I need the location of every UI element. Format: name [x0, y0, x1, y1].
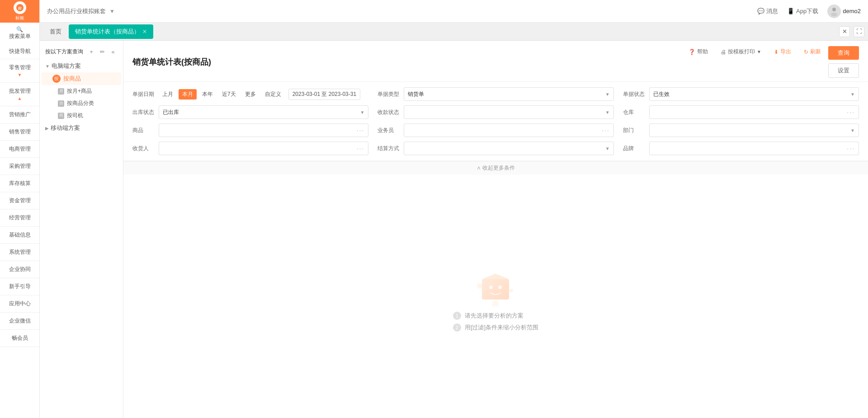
- filter-payment-status: 收款状态 ▼: [377, 105, 613, 119]
- tree-item-by-product[interactable]: 按 按商品: [42, 72, 121, 85]
- tab-close-icon[interactable]: ✕: [142, 28, 147, 35]
- date-tab-7days[interactable]: 近7天: [218, 89, 240, 100]
- doc-type-input[interactable]: 销货单 ▼: [404, 87, 613, 101]
- user-name[interactable]: demo2: [843, 8, 861, 14]
- tip-num-2: 2: [453, 323, 461, 332]
- right-panel: 销货单统计表(按商品) ❓ 帮助 🖨 按模板打印 ▼ ⬇: [123, 41, 868, 418]
- print-arrow-icon: ▼: [757, 49, 761, 54]
- driver-icon: 司: [58, 113, 64, 119]
- stock-status-value: 已出库: [163, 109, 179, 116]
- doc-type-label: 单据类型: [377, 90, 400, 98]
- sidebar-item-retail[interactable]: 零售管理 ▼: [0, 59, 39, 83]
- tab-bar: 首页 销货单统计表（按商品） ✕ ✕ ⛶: [40, 23, 868, 41]
- product-scheme-icon: 按: [52, 75, 61, 83]
- warehouse-dots-icon: ···: [847, 109, 855, 116]
- date-tab-last-month[interactable]: 上月: [159, 89, 177, 100]
- filter-row-3: 商品 ··· 业务员 ··· 部门: [132, 124, 859, 137]
- date-tab-this-year[interactable]: 本年: [198, 89, 217, 100]
- svg-marker-5: [482, 274, 509, 279]
- sidebar-item-marketing[interactable]: 营销推广: [0, 106, 39, 124]
- date-label: 单据日期: [132, 90, 155, 98]
- brand-dots-icon: ···: [847, 145, 855, 152]
- date-tab-more[interactable]: 更多: [241, 89, 259, 100]
- filter-brand: 品牌 ···: [623, 142, 859, 155]
- sidebar-item-sales[interactable]: 销售管理: [0, 124, 39, 141]
- app-download-label: App下载: [796, 7, 818, 15]
- stock-status-input[interactable]: 已出库 ▼: [159, 105, 368, 119]
- department-input[interactable]: ▼: [649, 124, 859, 137]
- tab-home[interactable]: 首页: [43, 24, 68, 39]
- sidebar-item-inventory[interactable]: 库存核算: [0, 175, 39, 192]
- user-profile[interactable]: demo2: [827, 5, 861, 18]
- sidebar-item-wholesale[interactable]: 批发管理 ▲: [0, 83, 39, 106]
- sidebar-item-basic[interactable]: 基础信息: [0, 227, 39, 244]
- tree-group-mobile: ▶ 移动端方案: [40, 122, 123, 134]
- date-tab-this-month[interactable]: 本月: [179, 89, 197, 100]
- tab-expand-button[interactable]: ⛶: [854, 26, 864, 37]
- tree-item-by-driver[interactable]: 司 按司机: [42, 109, 121, 122]
- category-icon: 分: [58, 100, 64, 107]
- refresh-icon: ↻: [804, 49, 808, 55]
- empty-tip-1: 1 请先选择要分析的方案: [453, 312, 538, 320]
- sidebar-item-finance[interactable]: 资金管理: [0, 192, 39, 209]
- sidebar-item-ecommerce[interactable]: 电商管理: [0, 141, 39, 158]
- page-title-bar: 销货单统计表(按商品) ❓ 帮助 🖨 按模板打印 ▼ ⬇: [123, 41, 868, 82]
- tree-item-by-driver-label: 按司机: [67, 112, 83, 119]
- doc-status-label: 单据状态: [623, 90, 646, 98]
- filter-area: 单据日期 上月 本月 本年 近7天 更多 自定义 2023-03-01 至 20…: [123, 82, 868, 161]
- filter-product: 商品 ···: [132, 124, 368, 137]
- add-scheme-button[interactable]: +: [87, 47, 96, 56]
- stock-status-label: 出库状态: [132, 109, 155, 116]
- sidebar-item-enterprise[interactable]: 企业协同: [0, 261, 39, 278]
- payment-status-arrow-icon: ▼: [605, 110, 610, 115]
- sidebar-item-wecom[interactable]: 企业微信: [0, 313, 39, 330]
- sidebar-item-onboarding[interactable]: 新手引导: [0, 278, 39, 295]
- settlement-input[interactable]: ▼: [404, 142, 613, 155]
- tab-close-all-button[interactable]: ✕: [839, 26, 850, 37]
- tab-home-label: 首页: [50, 28, 61, 36]
- warehouse-input[interactable]: ···: [649, 105, 859, 119]
- help-button[interactable]: ❓ 帮助: [685, 46, 712, 57]
- help-label: 帮助: [697, 48, 708, 56]
- query-button[interactable]: 查询: [828, 46, 859, 60]
- date-tab-custom[interactable]: 自定义: [261, 89, 285, 100]
- sidebar-item-purchase[interactable]: 采购管理: [0, 158, 39, 175]
- sidebar-item-search[interactable]: 🔍 搜索菜单: [0, 23, 39, 44]
- edit-scheme-button[interactable]: ✏: [98, 47, 107, 56]
- tab-sales-stat[interactable]: 销货单统计表（按商品） ✕: [69, 24, 153, 39]
- sidebar-item-system[interactable]: 系统管理: [0, 244, 39, 261]
- receiver-input[interactable]: ···: [159, 142, 368, 155]
- sidebar-item-quick-nav[interactable]: 快捷导航: [0, 44, 39, 59]
- tree-arrow-mobile: ▶: [45, 126, 49, 131]
- tree-item-by-month-product[interactable]: 月 按月+商品: [42, 85, 121, 97]
- tree-item-by-month-product-label: 按月+商品: [67, 87, 92, 95]
- refresh-button[interactable]: ↻ 刷新: [800, 46, 825, 57]
- tree-group-mobile-header[interactable]: ▶ 移动端方案: [42, 122, 121, 134]
- settings-button[interactable]: 设置: [828, 63, 859, 78]
- collapse-bar[interactable]: ∧ 收起更多条件: [123, 161, 868, 175]
- print-button[interactable]: 🖨 按模板打印 ▼: [717, 46, 765, 57]
- breadcrumb-arrow: ▼: [109, 8, 115, 14]
- payment-status-input[interactable]: ▼: [404, 105, 613, 119]
- export-icon: ⬇: [774, 49, 778, 55]
- main-area: 办公用品行业模拟账套 ▼ 💬 消息 📱 App下载 demo2 首页: [40, 0, 868, 418]
- message-button[interactable]: 💬 消息: [757, 7, 778, 15]
- sidebar-item-operations[interactable]: 经营管理: [0, 209, 39, 227]
- doc-type-arrow-icon: ▼: [605, 92, 610, 97]
- breadcrumb: 办公用品行业模拟账套: [47, 7, 106, 15]
- svg-point-7: [498, 285, 502, 289]
- sidebar-item-membership[interactable]: 畅会员: [0, 330, 39, 347]
- doc-status-input[interactable]: 已生效 ▼: [649, 87, 859, 101]
- tree-group-mobile-label: 移动端方案: [51, 124, 80, 132]
- tree-item-by-category[interactable]: 分 按商品分类: [42, 97, 121, 109]
- salesperson-input[interactable]: ···: [404, 124, 613, 137]
- tree-group-desktop-header[interactable]: ▼ 电脑端方案: [42, 60, 121, 72]
- date-range[interactable]: 2023-03-01 至 2023-03-31: [288, 89, 360, 100]
- collapse-panel-button[interactable]: «: [108, 47, 118, 56]
- product-dots-icon: ···: [357, 127, 365, 134]
- sidebar-item-apps[interactable]: 应用中心: [0, 295, 39, 313]
- export-button[interactable]: ⬇ 导出: [770, 46, 795, 57]
- product-input[interactable]: ···: [159, 124, 368, 137]
- brand-input[interactable]: ···: [649, 142, 859, 155]
- app-download-button[interactable]: 📱 App下载: [787, 7, 818, 15]
